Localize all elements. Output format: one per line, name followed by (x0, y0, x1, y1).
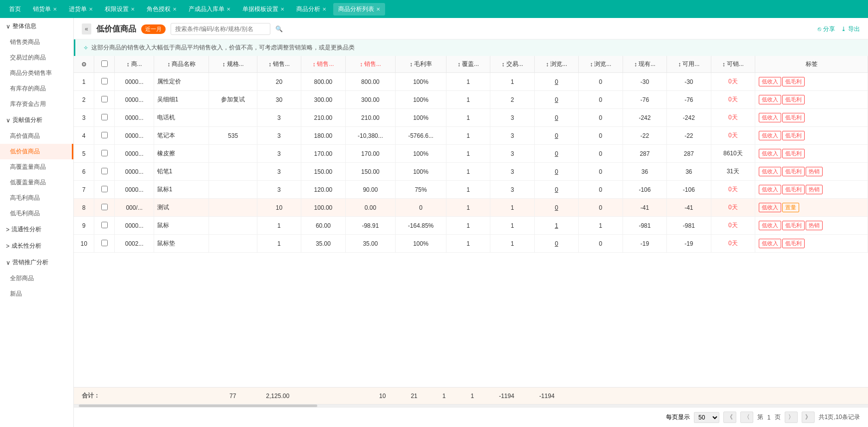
nav-close-analysis[interactable]: ✕ (322, 6, 326, 12)
browse-link[interactable]: 0 (555, 150, 558, 157)
cell-spec (209, 217, 257, 235)
sidebar-item-high-value[interactable]: 高价值商品 (0, 128, 73, 144)
cell-browse2: 1 (579, 217, 623, 235)
current-page: 1 (767, 414, 771, 421)
select-all-checkbox[interactable] (101, 60, 108, 67)
nav-item-analysis[interactable]: 商品分析 ✕ (291, 3, 331, 15)
nav-close-permission[interactable]: ✕ (131, 6, 135, 12)
sidebar-group-contribution[interactable]: ∨ 贡献值分析 (0, 112, 73, 128)
date-badge[interactable]: 近一月 (141, 24, 166, 34)
sidebar-item-all-goods[interactable]: 全部商品 (0, 271, 73, 286)
row-checkbox[interactable] (101, 186, 108, 192)
row-checkbox[interactable] (101, 96, 108, 102)
cell-coverage: 1 (446, 91, 490, 109)
sidebar-group-liquidity[interactable]: > 流通性分析 (0, 221, 73, 238)
row-checkbox[interactable] (101, 132, 108, 138)
browse-link[interactable]: 0 (555, 96, 558, 103)
cell-checkbox[interactable] (94, 181, 115, 199)
last-page-button[interactable]: 》 (802, 412, 815, 423)
cell-checkbox[interactable] (94, 127, 115, 145)
cell-checkbox[interactable] (94, 163, 115, 181)
sidebar-group-growth[interactable]: > 成长性分析 (0, 238, 73, 254)
row-checkbox[interactable] (101, 150, 108, 156)
browse-link[interactable]: 1 (555, 222, 558, 229)
nav-item-template[interactable]: 单据模板设置 ✕ (237, 3, 289, 15)
total-info: 共1页,10条记录 (819, 413, 860, 422)
cell-sale-qty: 1 (257, 217, 301, 235)
export-button[interactable]: ⤓ 导出 (841, 25, 860, 33)
collapse-button[interactable]: « (82, 23, 91, 34)
cell-checkbox[interactable] (94, 91, 115, 109)
nav-close-sales[interactable]: ✕ (53, 6, 57, 12)
row-checkbox[interactable] (101, 168, 108, 174)
browse-link[interactable]: 0 (555, 240, 558, 247)
cell-tags: 低收入低毛利 (755, 91, 868, 109)
col-checkbox[interactable] (94, 56, 115, 73)
cell-available: 287 (667, 145, 711, 163)
browse-link[interactable]: 0 (555, 132, 558, 139)
col-spec: ↕规格... (209, 56, 257, 73)
col-name: ↕商品名称 (154, 56, 209, 73)
cell-checkbox[interactable] (94, 235, 115, 253)
page-size-select[interactable]: 50 100 200 (694, 412, 719, 423)
sidebar-item-traded-goods[interactable]: 交易过的商品 (0, 50, 73, 65)
sidebar-item-low-value[interactable]: 低价值商品 (0, 144, 73, 159)
sidebar-item-low-margin[interactable]: 低毛利商品 (0, 206, 73, 221)
row-checkbox[interactable] (101, 114, 108, 120)
share-button[interactable]: ⎋ 分享 (818, 25, 835, 33)
sidebar-item-new-goods[interactable]: 新品 (0, 286, 73, 302)
cell-spec: 参加复试 (209, 91, 257, 109)
search-input[interactable] (171, 23, 270, 35)
cell-available: -19 (667, 235, 711, 253)
row-checkbox[interactable] (101, 222, 108, 228)
nav-item-sales[interactable]: 销货单 ✕ (28, 3, 62, 15)
sidebar-item-low-coverage[interactable]: 低覆盖量商品 (0, 175, 73, 190)
cell-code: 000/... (115, 199, 154, 217)
tag-label: 低收入 (759, 149, 781, 158)
cell-name: 电话机 (154, 109, 209, 127)
sidebar-item-category-sales[interactable]: 商品分类销售率 (0, 65, 73, 81)
nav-close-product-in[interactable]: ✕ (226, 6, 230, 12)
nav-item-product-in[interactable]: 产成品入库单 ✕ (184, 3, 235, 15)
col-settings[interactable]: ⚙ (74, 56, 94, 73)
prev-page-button[interactable]: 〈 (740, 412, 753, 423)
nav-item-analysis-list[interactable]: 商品分析列表 ✕ (333, 3, 385, 15)
sidebar-group-marketing[interactable]: ∨ 营销推广分析 (0, 254, 73, 271)
table-row: 1 0000... 属性定价 20 800.00 800.00 100% 1 1… (74, 73, 868, 91)
cell-checkbox[interactable] (94, 199, 115, 217)
row-checkbox[interactable] (101, 78, 108, 84)
browse-link[interactable]: 0 (555, 114, 558, 121)
next-page-button[interactable]: 〉 (785, 412, 798, 423)
nav-close-template[interactable]: ✕ (280, 6, 284, 12)
nav-item-permission[interactable]: 权限设置 ✕ (100, 3, 140, 15)
cell-checkbox[interactable] (94, 217, 115, 235)
browse-link[interactable]: 0 (555, 186, 558, 193)
cell-checkbox[interactable] (94, 145, 115, 163)
row-checkbox[interactable] (101, 204, 108, 210)
sidebar-item-stock-capital[interactable]: 库存资金占用 (0, 96, 73, 112)
row-checkbox[interactable] (101, 240, 108, 246)
cell-gross-margin: 100% (396, 145, 446, 163)
col-saleable: ↕可销... (711, 56, 755, 73)
browse-link[interactable]: 0 (555, 204, 558, 211)
col-available: ↕可用... (667, 56, 711, 73)
nav-item-home[interactable]: 首页 (4, 3, 26, 15)
sidebar-group-overall[interactable]: ∨ 整体信息 (0, 18, 73, 34)
search-icon[interactable]: 🔍 (275, 25, 283, 32)
sidebar-item-high-coverage[interactable]: 高覆盖量商品 (0, 159, 73, 175)
nav-close-purchase[interactable]: ✕ (89, 6, 93, 12)
browse-link[interactable]: 0 (555, 78, 558, 85)
cell-checkbox[interactable] (94, 73, 115, 91)
cell-current-stock: -22 (623, 127, 666, 145)
cell-checkbox[interactable] (94, 109, 115, 127)
browse-link[interactable]: 0 (555, 168, 558, 175)
nav-item-role[interactable]: 角色授权 ✕ (142, 3, 182, 15)
sidebar-item-high-margin[interactable]: 高毛利商品 (0, 190, 73, 206)
tag-label: 低收入 (759, 95, 781, 104)
nav-close-analysis-list[interactable]: ✕ (376, 6, 380, 12)
sidebar-item-sales-goods[interactable]: 销售类商品 (0, 34, 73, 50)
nav-close-role[interactable]: ✕ (173, 6, 177, 12)
first-page-button[interactable]: 《 (723, 412, 736, 423)
nav-item-purchase[interactable]: 进货单 ✕ (64, 3, 98, 15)
sidebar-item-stock-goods[interactable]: 有库存的商品 (0, 81, 73, 96)
